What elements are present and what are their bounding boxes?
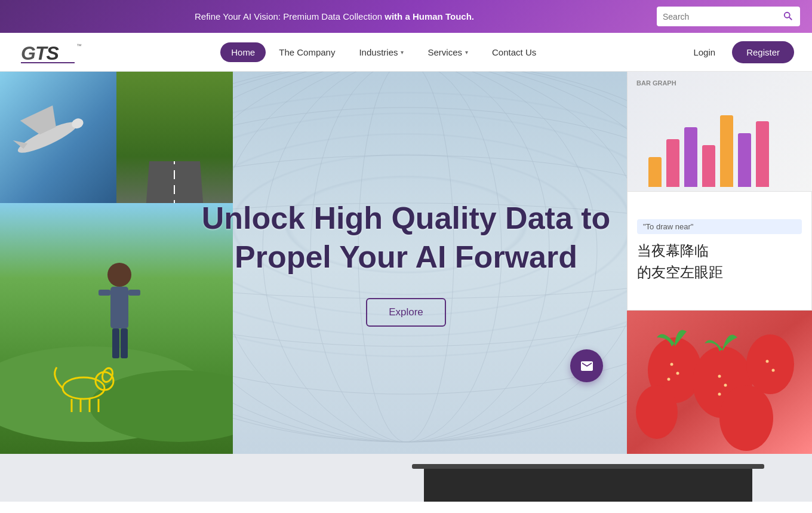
mail-icon bbox=[580, 359, 594, 373]
nav-contact[interactable]: Contact Us bbox=[481, 42, 547, 62]
chat-fab-button[interactable] bbox=[570, 349, 603, 382]
strawberries-svg bbox=[627, 311, 812, 454]
bar-2 bbox=[666, 139, 679, 187]
svg-rect-31 bbox=[110, 287, 128, 328]
translation-english: "To draw near" bbox=[637, 219, 802, 234]
navbar: GTS ™ Home The Company Industries ▾ Serv… bbox=[0, 33, 812, 72]
register-button[interactable]: Register bbox=[732, 41, 794, 63]
svg-point-50 bbox=[676, 372, 679, 375]
svg-rect-34 bbox=[99, 290, 110, 296]
logo: GTS ™ bbox=[18, 37, 84, 67]
bottom-section bbox=[0, 454, 812, 502]
chart-title: BAR GRAPH bbox=[636, 79, 803, 87]
nav-company[interactable]: The Company bbox=[268, 42, 346, 62]
translation-chinese: 当夜幕降临的友空左眼距 bbox=[637, 240, 802, 283]
svg-text:GTS: GTS bbox=[21, 42, 59, 64]
hero-content: Unlock High Quality Data to Propel Your … bbox=[191, 199, 621, 327]
services-chevron-icon: ▾ bbox=[465, 49, 468, 56]
svg-rect-32 bbox=[112, 328, 119, 358]
translation-image: "To draw near" 当夜幕降临的友空左眼距 bbox=[627, 191, 812, 311]
announcement-bold: with a Human Touch. bbox=[385, 11, 474, 21]
announcement-text: Refine Your AI Vision: Premium Data Coll… bbox=[12, 11, 657, 21]
svg-point-51 bbox=[668, 378, 670, 381]
bar-6 bbox=[738, 133, 751, 187]
bar-5 bbox=[720, 115, 733, 187]
svg-point-30 bbox=[107, 263, 131, 287]
svg-point-55 bbox=[766, 360, 769, 363]
logo-svg: GTS ™ bbox=[18, 37, 84, 67]
nav-services[interactable]: Services ▾ bbox=[417, 42, 479, 62]
svg-point-47 bbox=[636, 385, 678, 439]
login-button[interactable]: Login bbox=[684, 42, 725, 62]
nav-home[interactable]: Home bbox=[220, 42, 266, 62]
svg-point-56 bbox=[772, 369, 775, 372]
bar-3 bbox=[684, 127, 697, 187]
bar-4 bbox=[702, 145, 715, 187]
svg-point-46 bbox=[746, 334, 794, 394]
industries-chevron-icon: ▾ bbox=[401, 49, 404, 56]
svg-point-54 bbox=[718, 393, 721, 396]
top-bar: Refine Your AI Vision: Premium Data Coll… bbox=[0, 0, 812, 33]
svg-rect-33 bbox=[121, 328, 128, 358]
bar-chart-visual bbox=[636, 91, 803, 199]
svg-text:™: ™ bbox=[76, 43, 82, 49]
nav-services-label: Services bbox=[427, 47, 462, 57]
airplane-svg bbox=[0, 72, 116, 203]
bar-1 bbox=[648, 157, 662, 187]
search-button[interactable] bbox=[781, 9, 794, 24]
svg-rect-35 bbox=[128, 290, 140, 296]
airplane-image bbox=[0, 72, 116, 203]
nav-right: Login Register bbox=[684, 41, 794, 63]
hero-title-line1: Unlock High Quality Data to bbox=[202, 201, 611, 235]
search-container bbox=[657, 7, 800, 26]
nav-links: Home The Company Industries ▾ Services ▾… bbox=[220, 42, 547, 62]
explore-button[interactable]: Explore bbox=[366, 298, 446, 327]
hero-title: Unlock High Quality Data to Propel Your … bbox=[191, 199, 621, 277]
svg-point-52 bbox=[718, 375, 721, 378]
nav-industries[interactable]: Industries ▾ bbox=[348, 42, 414, 62]
search-input[interactable] bbox=[663, 12, 781, 21]
bar-7 bbox=[756, 121, 769, 187]
announcement-regular: Refine Your AI Vision: Premium Data Coll… bbox=[195, 11, 382, 21]
search-icon bbox=[782, 10, 793, 21]
nav-industries-label: Industries bbox=[359, 47, 398, 57]
hero-section: BAR GRAPH powered by ● Toucan "To draw n… bbox=[0, 72, 812, 454]
svg-point-49 bbox=[670, 363, 673, 366]
strawberries-image bbox=[627, 311, 812, 454]
svg-point-53 bbox=[724, 384, 727, 387]
svg-point-48 bbox=[719, 385, 773, 451]
hero-title-line2: Propel Your AI Forward bbox=[235, 239, 577, 274]
